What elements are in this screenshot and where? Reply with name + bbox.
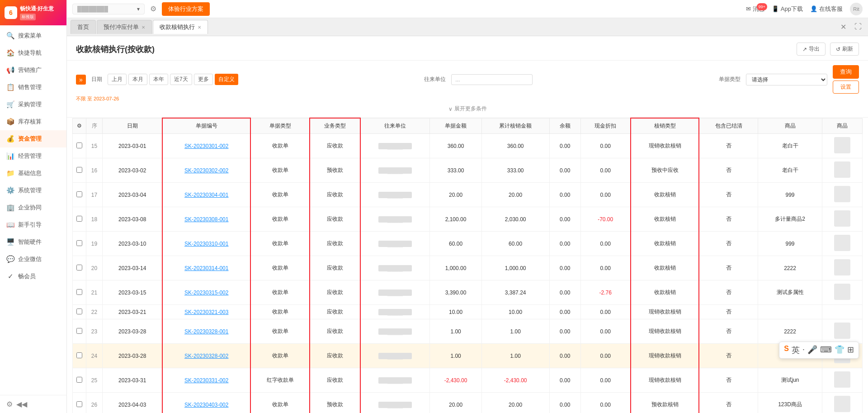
td-include-settled: 否 <box>699 393 758 413</box>
sidebar-item-enterprise[interactable]: 🏢 企业协同 <box>0 199 66 216</box>
td-balance: 0.00 <box>549 319 580 344</box>
td-biz-type: 应收款 <box>310 232 360 256</box>
counterparty-input[interactable] <box>451 74 533 85</box>
table-row: 17 2023-03-04 SK-20230304-001 收款单 应收款 ██… <box>73 183 863 207</box>
solution-button[interactable]: 体验行业方案 <box>162 2 210 16</box>
export-button[interactable]: ↗ 导出 <box>797 43 826 56</box>
avatar[interactable]: Rit <box>850 3 863 15</box>
td-write-off-type: 预收中应收 <box>631 158 699 183</box>
td-date: 2023-03-21 <box>103 305 163 319</box>
td-balance: 0.00 <box>549 232 580 256</box>
td-index: 23 <box>86 319 103 344</box>
date-btn-this-month[interactable]: 本月 <box>128 74 147 85</box>
td-checkbox[interactable] <box>73 207 86 232</box>
td-checkbox[interactable] <box>73 183 86 207</box>
td-checkbox[interactable] <box>73 134 86 158</box>
td-balance: 0.00 <box>549 256 580 280</box>
td-bill-type: 收款单 <box>250 344 310 368</box>
sidebar-item-sales[interactable]: 📋 销售管理 <box>0 79 66 96</box>
td-bill-amount: 20.00 <box>430 393 481 413</box>
floating-btn-keyboard[interactable]: ⌨ <box>820 345 832 356</box>
td-goods2 <box>822 158 862 183</box>
filter-expand-button[interactable]: » <box>76 75 86 85</box>
td-cash-discount: 0.00 <box>580 183 630 207</box>
tab-payable[interactable]: 预付冲应付单 ✕ <box>97 20 152 34</box>
td-biz-type: 应收款 <box>310 319 360 344</box>
message-button[interactable]: ✉ 消息 99+ <box>746 5 764 13</box>
td-cash-discount: 0.00 <box>580 305 630 319</box>
td-date: 2023-03-28 <box>103 344 163 368</box>
tab-collection[interactable]: 收款核销执行 ✕ <box>153 20 208 34</box>
th-index: 序 <box>86 118 103 134</box>
tab-home[interactable]: 首页 <box>71 20 96 34</box>
tab-payable-close[interactable]: ✕ <box>142 25 145 30</box>
td-include-settled: 否 <box>699 344 758 368</box>
export-icon: ↗ <box>802 46 807 52</box>
td-checkbox[interactable] <box>73 368 86 393</box>
date-btn-more[interactable]: 更多 <box>194 74 213 85</box>
settings-footer-icon[interactable]: ⚙ <box>6 400 13 408</box>
date-btn-7days[interactable]: 近7天 <box>170 74 192 85</box>
floating-btn-shirt[interactable]: 👕 <box>835 345 844 356</box>
topbar-gear-icon[interactable]: ⚙ <box>148 3 158 15</box>
sidebar-item-system[interactable]: ⚙️ 系统管理 <box>0 182 66 199</box>
filter-settings-button[interactable]: 设置 <box>833 81 859 94</box>
td-date: 2023-04-03 <box>103 393 163 413</box>
sidebar-item-marketing[interactable]: 📢 营销推广 <box>0 62 66 79</box>
date-btn-last-month[interactable]: 上月 <box>108 74 127 85</box>
sidebar-item-operation[interactable]: 📊 经营管理 <box>0 147 66 165</box>
th-gear[interactable]: ⚙ <box>73 118 86 134</box>
date-btn-this-year[interactable]: 本年 <box>149 74 168 85</box>
td-goods2 <box>822 232 862 256</box>
td-checkbox[interactable] <box>73 280 86 305</box>
td-checkbox[interactable] <box>73 256 86 280</box>
td-checkbox[interactable] <box>73 393 86 413</box>
sidebar-item-finance[interactable]: 💰 资金管理 <box>0 130 66 147</box>
sidebar-item-member[interactable]: ✓ 畅会员 <box>0 268 66 285</box>
sidebar-item-hardware[interactable]: 🖥️ 智能硬件 <box>0 233 66 251</box>
app-download-button[interactable]: 📱 App下载 <box>772 5 803 13</box>
floating-btn-dot[interactable]: · <box>802 345 805 356</box>
floating-btn-grid[interactable]: ⊞ <box>847 345 854 356</box>
td-checkbox[interactable] <box>73 158 86 183</box>
sidebar-item-inventory[interactable]: 📦 库存核算 <box>0 113 66 130</box>
td-checkbox[interactable] <box>73 319 86 344</box>
td-write-off-amount: 3,387.24 <box>481 280 549 305</box>
bill-type-label: 单据类型 <box>719 76 741 83</box>
td-checkbox[interactable] <box>73 232 86 256</box>
td-checkbox[interactable] <box>73 305 86 319</box>
date-btn-custom[interactable]: 自定义 <box>215 74 238 85</box>
sidebar-item-search[interactable]: 🔍 搜索菜单 <box>0 27 66 44</box>
tab-collection-close[interactable]: ✕ <box>198 25 201 30</box>
tab-expand-icon[interactable]: ⛶ <box>852 22 864 32</box>
sidebar-item-purchase[interactable]: 🛒 采购管理 <box>0 96 66 113</box>
td-balance: 0.00 <box>549 280 580 305</box>
floating-toolbar: S 英 · 🎤 ⌨ 👕 ⊞ <box>779 342 859 359</box>
sidebar-item-wechat[interactable]: 💬 企业微信 <box>0 251 66 268</box>
tab-close-all-icon[interactable]: ✕ <box>838 22 849 32</box>
td-date: 2023-03-31 <box>103 368 163 393</box>
sidebar-item-basic[interactable]: 📁 基础信息 <box>0 165 66 182</box>
floating-btn-english[interactable]: 英 <box>792 345 800 356</box>
td-checkbox[interactable] <box>73 344 86 368</box>
company-dropdown[interactable]: ████████ ▾ <box>72 4 145 14</box>
floating-btn-mic[interactable]: 🎤 <box>807 345 817 356</box>
page-title: 收款核销执行(按收款) <box>76 44 155 55</box>
avatar-text: Rit <box>853 6 859 12</box>
bill-type-select[interactable]: 请选择 <box>746 74 827 85</box>
service-button[interactable]: 👤 在线客服 <box>810 5 843 13</box>
query-button[interactable]: 查询 <box>833 65 859 79</box>
td-write-off-amount: -2,430.00 <box>481 368 549 393</box>
th-goods: 商品 <box>758 118 822 134</box>
td-index: 21 <box>86 280 103 305</box>
sidebar-item-quick-nav[interactable]: 🏠 快捷导航 <box>0 44 66 62</box>
enterprise-icon: 🏢 <box>6 204 14 212</box>
page-header: 收款核销执行(按收款) ↗ 导出 ↺ 刷新 <box>67 36 868 61</box>
td-bill-no: SK-20230302-002 <box>162 158 250 183</box>
th-include-settled: 包含已结清 <box>699 118 758 134</box>
sidebar-item-guide[interactable]: 📖 新手引导 <box>0 216 66 233</box>
collapse-icon[interactable]: ◀◀ <box>16 400 27 408</box>
expand-more-button[interactable]: ∨ 展开更多条件 <box>448 105 487 113</box>
refresh-button[interactable]: ↺ 刷新 <box>830 43 859 56</box>
td-date: 2023-03-04 <box>103 183 163 207</box>
